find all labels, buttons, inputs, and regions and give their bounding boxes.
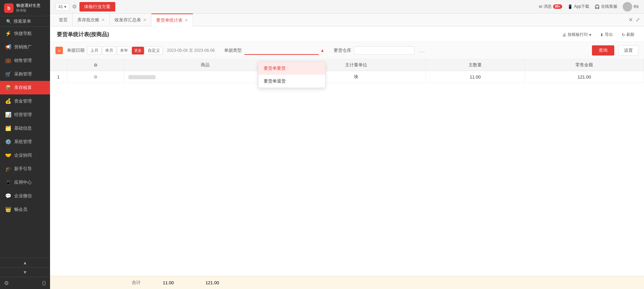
tab-receivable-summary[interactable]: 收发存汇总表 ✕	[110, 14, 151, 26]
tab-batch-accounts-close[interactable]: ✕	[101, 18, 105, 22]
collapse-icon[interactable]: ⟨⟩	[42, 280, 46, 286]
sidebar-item-label: 企业协同	[14, 152, 32, 158]
system-icon: ⚙️	[5, 138, 11, 145]
summary-label-spacer: 合计	[50, 280, 145, 286]
messages-item[interactable]: ✉ 消息 99+	[539, 4, 562, 9]
sidebar-item-inventory[interactable]: 📦 库存核算	[0, 81, 50, 94]
type-filter-label: 单据类型	[224, 47, 242, 53]
tab-order-summary[interactable]: 要货单统计表 ✕	[151, 14, 193, 26]
tab-bar: 首页 库存批次账 ✕ 收发存汇总表 ✕ 要货单统计表 ✕ ✕ ⤢	[50, 14, 644, 26]
sidebar-item-label: 基础信息	[14, 125, 32, 131]
cell-amount: 121.00	[525, 71, 644, 83]
app-name: 畅捷通好生意	[16, 3, 41, 8]
print-icon: 🖨	[562, 32, 566, 37]
print-label: 按模板打印	[568, 32, 588, 38]
trial-btn[interactable]: 体验行业方案	[79, 2, 115, 12]
print-btn[interactable]: 🖨 按模板打印 ▾	[559, 30, 594, 39]
app-download-item[interactable]: 📱 App下载	[568, 4, 589, 9]
online-service-item[interactable]: 🎧 在线客服	[595, 4, 617, 9]
page-header: 要货单统计表(按商品) 🖨 按模板打印 ▾ ⬇ 导出 ↻ 刷新	[50, 26, 644, 42]
cell-row-settings[interactable]: ⚙	[67, 71, 124, 83]
search-menu-label: 搜索菜单	[14, 18, 31, 24]
close-window-icon[interactable]: ✕	[628, 17, 633, 23]
tab-order-summary-label: 要货单统计表	[156, 17, 183, 23]
more-dates-btn[interactable]: 更多	[132, 47, 144, 54]
sidebar: b 畅捷通好生意 标准版 🔍 搜索菜单 ⚡ 快捷导航 📢 营销推广 💼 销售管理…	[0, 0, 50, 289]
sidebar-item-label: 快捷导航	[14, 30, 32, 37]
maximize-window-icon[interactable]: ⤢	[636, 17, 640, 23]
topbar-settings-icon[interactable]: ⚙	[72, 3, 77, 10]
messages-badge: 99+	[553, 4, 562, 9]
sidebar-item-wechat[interactable]: 💬 企业微信	[0, 189, 50, 203]
sidebar-item-operations[interactable]: 📊 经营管理	[0, 108, 50, 121]
query-btn[interactable]: 查询	[592, 45, 614, 55]
chevron-up-icon[interactable]: ▲	[320, 48, 324, 53]
sidebar-item-finance[interactable]: 💰 资金管理	[0, 94, 50, 108]
tab-batch-accounts[interactable]: 库存批次账 ✕	[73, 14, 110, 26]
date-range-btns: 上月 本月 本年 更多 自定义	[87, 46, 163, 55]
user-item[interactable]: Rit	[623, 2, 639, 12]
sidebar-item-appstore[interactable]: 📱 应用中心	[0, 176, 50, 189]
app-version: 标准版	[16, 8, 41, 13]
page-content: 要货单统计表(按商品) 🖨 按模板打印 ▾ ⬇ 导出 ↻ 刷新 »	[50, 26, 644, 289]
vip-icon: 👑	[5, 206, 11, 213]
quick-nav-icon: ⚡	[5, 30, 11, 37]
scroll-down-btn[interactable]: ▼	[0, 267, 50, 277]
sidebar-item-purchase[interactable]: 🛒 采购管理	[0, 67, 50, 81]
sidebar-item-basic[interactable]: 🗂️ 基础信息	[0, 121, 50, 135]
type-filter-input[interactable]	[244, 46, 319, 55]
sidebar-item-system[interactable]: ⚙️ 系统管理	[0, 135, 50, 149]
type-dropdown: 要货单要货 要货单退货	[258, 62, 326, 88]
export-label: 导出	[605, 32, 613, 38]
export-icon: ⬇	[600, 32, 603, 37]
type-input-wrap: ▲	[244, 46, 324, 55]
messages-label: 消息	[544, 4, 552, 9]
tab-order-summary-close[interactable]: ✕	[185, 18, 188, 23]
sidebar-item-label: 库存核算	[14, 85, 32, 91]
search-menu-item[interactable]: 🔍 搜索菜单	[0, 16, 50, 27]
headset-icon: 🎧	[595, 4, 600, 9]
finance-icon: 💰	[5, 98, 11, 105]
sidebar-item-enterprise[interactable]: 🤝 企业协同	[0, 149, 50, 162]
column-settings-icon: ⚙	[94, 63, 98, 68]
expand-filter-btn[interactable]: »	[55, 47, 63, 54]
last-month-btn[interactable]: 上月	[87, 46, 101, 55]
basic-icon: 🗂️	[5, 125, 11, 132]
sidebar-item-label: 资金管理	[14, 98, 32, 104]
warehouse-filter-input[interactable]	[354, 46, 415, 55]
sidebar-item-quick-nav[interactable]: ⚡ 快捷导航	[0, 27, 50, 40]
col-amount: 零售金额	[525, 59, 644, 71]
col-row-num	[50, 59, 67, 71]
filter-settings-btn[interactable]: 设置	[618, 45, 639, 55]
tab-receivable-summary-close[interactable]: ✕	[143, 18, 146, 22]
tab-home[interactable]: 首页	[54, 14, 73, 26]
current-year-btn[interactable]: 本年	[117, 46, 131, 55]
sidebar-item-vip[interactable]: 👑 畅会员	[0, 203, 50, 216]
phone-icon: 📱	[568, 4, 573, 9]
export-btn[interactable]: ⬇ 导出	[597, 30, 616, 39]
app-logo: b 畅捷通好生意 标准版	[0, 0, 50, 16]
enterprise-icon: 🤝	[5, 152, 11, 159]
custom-date-btn[interactable]: 自定义	[145, 46, 163, 55]
refresh-btn[interactable]: ↻ 刷新	[619, 30, 637, 39]
tab-bar-end: ✕ ⤢	[626, 17, 640, 23]
sidebar-item-guide[interactable]: 🎓 新手引导	[0, 162, 50, 176]
store-selector[interactable]: 41 ▾	[55, 3, 69, 10]
sidebar-nav: ⚡ 快捷导航 📢 营销推广 💼 销售管理 🛒 采购管理 📦 库存核算 💰 资金管…	[0, 27, 50, 258]
dropdown-item-order-goods[interactable]: 要货单要货	[258, 62, 325, 75]
current-month-btn[interactable]: 本月	[102, 46, 116, 55]
summary-quantity: 11.00	[145, 280, 192, 285]
settings-icon[interactable]: ⚙	[4, 280, 9, 286]
app-download-label: App下载	[574, 4, 589, 9]
sales-icon: 💼	[5, 57, 11, 64]
col-settings[interactable]: ⚙	[67, 59, 124, 71]
table-row: 1 ⚙ 块 11.00 121.00	[50, 71, 644, 83]
sidebar-item-sales[interactable]: 💼 销售管理	[0, 54, 50, 67]
dropdown-item-order-return[interactable]: 要货单退货	[258, 75, 325, 88]
tab-batch-accounts-label: 库存批次账	[77, 17, 99, 23]
cell-quantity: 11.00	[426, 71, 525, 83]
scroll-up-btn[interactable]: ▲	[0, 258, 50, 267]
marketing-icon: 📢	[5, 44, 11, 50]
more-options-icon[interactable]: …	[419, 47, 425, 54]
sidebar-item-marketing[interactable]: 📢 营销推广	[0, 40, 50, 54]
